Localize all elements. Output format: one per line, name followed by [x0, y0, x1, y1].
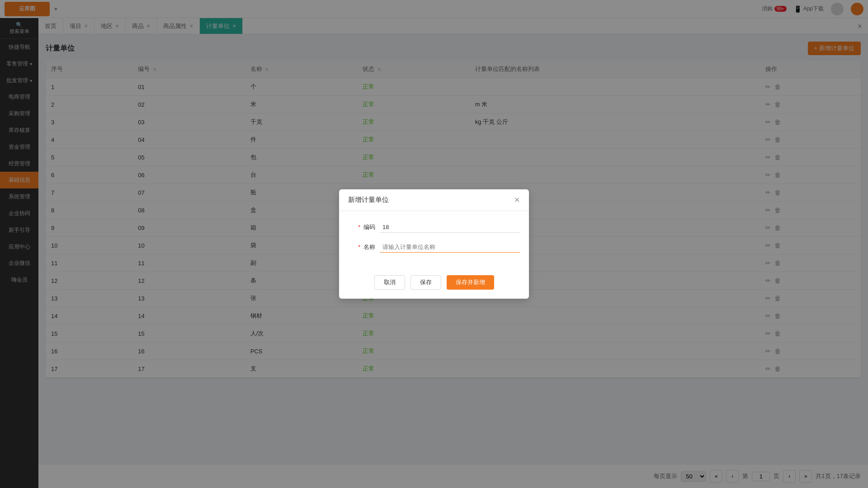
modal-body: * 编码 * 名称 — [339, 211, 529, 271]
modal-footer: 取消 保存 保存并新增 — [339, 271, 529, 299]
code-form-row: * 编码 — [348, 222, 520, 233]
name-label: * 名称 — [348, 243, 375, 251]
modal: 新增计量单位 ✕ * 编码 * 名称 取消 保存 保存并新增 — [339, 189, 529, 299]
name-form-row: * 名称 — [348, 242, 520, 253]
name-input[interactable] — [380, 242, 520, 253]
required-star: * — [358, 224, 360, 230]
modal-title: 新增计量单位 — [348, 196, 389, 204]
save-new-button[interactable]: 保存并新增 — [447, 275, 494, 290]
modal-overlay[interactable]: 新增计量单位 ✕ * 编码 * 名称 取消 保存 保存并新增 — [0, 0, 868, 488]
modal-close-btn[interactable]: ✕ — [514, 196, 520, 204]
code-label: * 编码 — [348, 223, 375, 231]
code-input[interactable] — [380, 222, 520, 233]
save-button[interactable]: 保存 — [410, 275, 441, 290]
modal-header: 新增计量单位 ✕ — [339, 189, 529, 211]
required-star: * — [358, 244, 360, 250]
cancel-button[interactable]: 取消 — [374, 275, 405, 290]
